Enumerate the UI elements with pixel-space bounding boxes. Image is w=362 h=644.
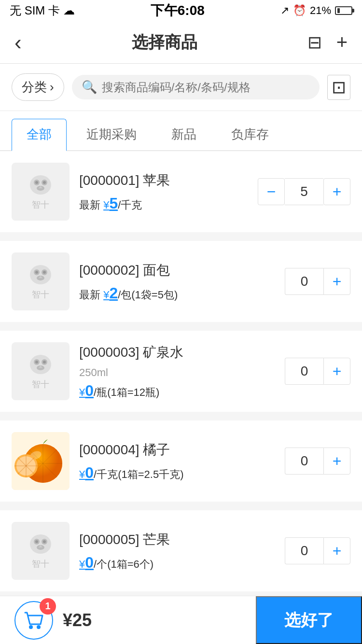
product-info: [0000002] 面包 最新 ¥2/包(1袋=5包) (70, 261, 285, 302)
product-item: [0000004] 橘子 ¥0/千克(1箱=2.5千克) + (0, 420, 362, 502)
quantity-control: + (285, 448, 350, 475)
tab-all[interactable]: 全部 (12, 119, 67, 151)
tab-bar: 全部 近期采购 新品 负库存 (0, 111, 362, 151)
product-item: 智十 [0000003] 矿泉水 250ml ¥0/瓶(1箱=12瓶) + (0, 331, 362, 412)
tab-new[interactable]: 新品 (156, 119, 211, 150)
no-sim-label: 无 SIM 卡 ☁ (10, 3, 75, 18)
svg-point-11 (43, 271, 46, 274)
svg-point-10 (35, 271, 38, 274)
nav-actions: ⊟ + (307, 31, 348, 53)
location-icon: ↗ (280, 4, 289, 17)
increment-button[interactable]: + (323, 537, 350, 564)
cart-badge: 1 (40, 598, 56, 615)
product-item: 智十 [0000005] 芒果 ¥0/个(1箱=6个) + (0, 510, 362, 591)
svg-point-39 (43, 540, 46, 543)
svg-point-55 (37, 625, 41, 629)
product-info: [0000003] 矿泉水 250ml ¥0/瓶(1箱=12瓶) (70, 343, 285, 400)
page-title: 选择商品 (132, 31, 197, 54)
filter-bar: 分类 › 🔍 ⊡ (0, 64, 362, 111)
owl-logo-icon (26, 532, 55, 556)
cart-area: 1 ¥25 (0, 601, 256, 640)
svg-point-38 (35, 540, 38, 543)
cart-total: ¥25 (63, 610, 92, 630)
back-button[interactable]: ‹ (14, 30, 22, 55)
owl-logo-icon (26, 173, 55, 197)
tab-negative[interactable]: 负库存 (216, 119, 284, 150)
quantity-input[interactable] (285, 537, 323, 564)
product-price: 最新 ¥5/千克 (79, 195, 248, 212)
decrement-button[interactable]: − (258, 178, 285, 205)
product-name: [0000002] 面包 (79, 261, 275, 280)
svg-point-3 (35, 181, 38, 184)
confirm-button[interactable]: 选好了 (256, 596, 362, 644)
status-left: 无 SIM 卡 ☁ (10, 3, 75, 18)
product-thumbnail (12, 432, 70, 490)
quantity-control: − + (258, 178, 350, 205)
scan-icon[interactable]: ⊡ (327, 75, 350, 100)
product-thumbnail: 智十 (12, 252, 70, 310)
svg-point-18 (43, 361, 46, 364)
bottom-bar: 1 ¥25 选好了 (0, 596, 362, 644)
product-name: [0000005] 芒果 (79, 531, 275, 549)
category-chevron: › (50, 80, 54, 95)
cart-icon-wrap[interactable]: 1 (14, 601, 53, 640)
nav-bar: ‹ 选择商品 ⊟ + (0, 21, 362, 64)
increment-button[interactable]: + (323, 268, 350, 295)
quantity-input[interactable] (285, 448, 323, 475)
product-thumbnail: 智十 (12, 342, 70, 400)
owl-logo-icon (26, 352, 55, 377)
add-icon[interactable]: + (336, 31, 348, 53)
quantity-control: + (285, 358, 350, 385)
product-item: 智十 [0000001] 苹果 最新 ¥5/千克 − + (0, 151, 362, 232)
product-name: [0000004] 橘子 (79, 441, 275, 459)
quantity-control: + (285, 537, 350, 564)
owl-logo-icon (26, 263, 55, 287)
orange-image (12, 432, 70, 490)
status-right: ↗ ⏰ 21% (280, 4, 352, 17)
quantity-input[interactable] (285, 178, 323, 205)
product-name: [0000003] 矿泉水 (79, 343, 275, 362)
category-button[interactable]: 分类 › (12, 73, 64, 101)
product-price: ¥0/瓶(1箱=12瓶) (79, 382, 275, 400)
product-info: [0000001] 苹果 最新 ¥5/千克 (70, 171, 258, 212)
product-thumbnail: 智十 (12, 522, 70, 580)
svg-point-4 (43, 181, 46, 184)
quantity-control: + (285, 268, 350, 295)
battery-icon (335, 6, 352, 15)
quantity-input[interactable] (285, 268, 323, 295)
product-info: [0000005] 芒果 ¥0/个(1箱=6个) (70, 531, 285, 572)
search-box[interactable]: 🔍 (72, 75, 320, 99)
product-item: 智十 [0000002] 面包 最新 ¥2/包(1袋=5包) + (0, 241, 362, 322)
status-time: 下午6:08 (151, 1, 205, 20)
alarm-icon: ⏰ (293, 4, 306, 17)
product-price: ¥0/千克(1箱=2.5千克) (79, 464, 275, 482)
increment-button[interactable]: + (323, 358, 350, 385)
product-spec: 250ml (79, 366, 275, 379)
product-thumbnail: 智十 (12, 163, 70, 221)
product-info: [0000004] 橘子 ¥0/千克(1箱=2.5千克) (70, 441, 285, 482)
battery-percent: 21% (310, 4, 331, 17)
quantity-input[interactable] (285, 358, 323, 385)
product-price: ¥0/个(1箱=6个) (79, 554, 275, 572)
category-label: 分类 (22, 79, 47, 96)
svg-point-0 (30, 175, 51, 195)
search-icon: 🔍 (82, 80, 97, 95)
svg-point-7 (30, 265, 51, 284)
search-input[interactable] (102, 81, 310, 94)
svg-point-35 (30, 534, 51, 554)
tab-recent[interactable]: 近期采购 (71, 119, 152, 150)
status-bar: 无 SIM 卡 ☁ 下午6:08 ↗ ⏰ 21% (0, 0, 362, 21)
svg-point-14 (30, 355, 51, 374)
svg-point-54 (29, 625, 33, 629)
product-list: 智十 [0000001] 苹果 最新 ¥5/千克 − + (0, 151, 362, 644)
filter-icon[interactable]: ⊟ (307, 32, 322, 53)
cart-icon (23, 611, 44, 630)
increment-button[interactable]: + (323, 178, 350, 205)
product-price: 最新 ¥2/包(1袋=5包) (79, 284, 275, 302)
svg-point-17 (35, 361, 38, 364)
increment-button[interactable]: + (323, 448, 350, 475)
product-name: [0000001] 苹果 (79, 171, 248, 190)
